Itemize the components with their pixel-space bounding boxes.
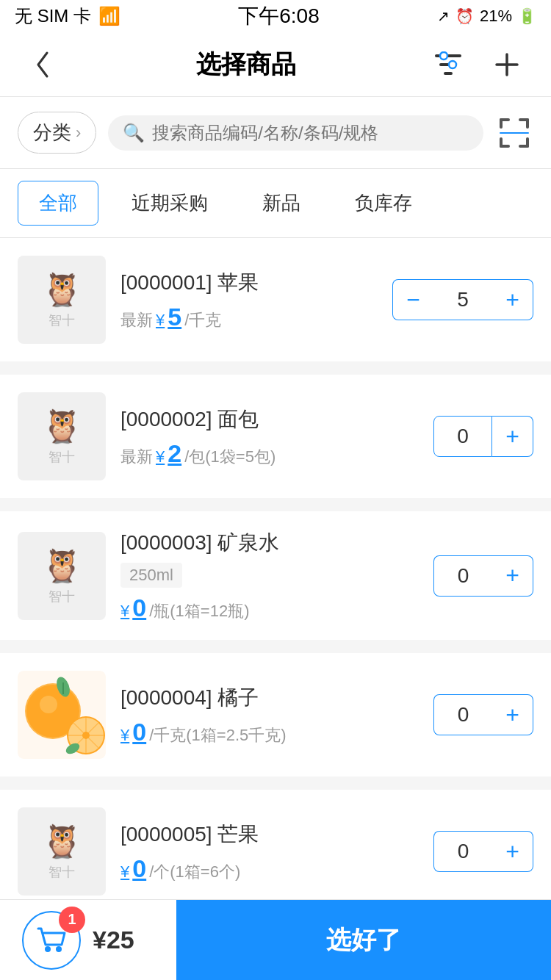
svg-point-3 <box>440 52 447 60</box>
brand-label: 智十 <box>48 311 75 329</box>
owl-icon: 🦉 <box>42 547 82 585</box>
tab-new[interactable]: 新品 <box>241 181 322 226</box>
quantity-plus-button[interactable]: + <box>492 279 533 320</box>
filter-bar: 分类 › 🔍 <box>0 97 551 169</box>
svg-rect-8 <box>526 118 529 129</box>
search-box: 🔍 <box>108 115 483 151</box>
filter-button[interactable] <box>426 43 470 87</box>
price-currency: ¥ <box>120 862 129 882</box>
price-label: 最新 <box>120 446 153 468</box>
price-number: 5 <box>168 303 181 331</box>
tab-recent[interactable]: 近期采购 <box>110 181 229 226</box>
price-unit: /包(1袋=5包) <box>184 446 276 468</box>
svg-point-25 <box>82 732 90 739</box>
quantity-input[interactable] <box>433 694 492 735</box>
table-row: 🦉 智十 [0000002] 面包 最新 ¥ 2 /包(1袋=5包) + <box>0 375 551 498</box>
product-name: [0000002] 面包 <box>120 406 419 433</box>
price-currency: ¥ <box>120 726 129 745</box>
quantity-plus-button[interactable]: + <box>492 555 533 597</box>
product-info: [0000002] 面包 最新 ¥ 2 /包(1袋=5包) <box>120 406 419 468</box>
quantity-plus-button[interactable]: + <box>492 694 533 735</box>
price-number: 0 <box>132 718 146 746</box>
cart-badge: 1 <box>59 907 85 933</box>
scan-button[interactable] <box>495 114 533 152</box>
nav-bar: 选择商品 <box>0 32 551 97</box>
brand-label: 智十 <box>48 863 75 881</box>
quantity-control: + <box>433 416 533 457</box>
owl-icon: 🦉 <box>42 822 82 860</box>
tab-bar: 全部 近期采购 新品 负库存 <box>0 169 551 238</box>
divider <box>0 363 551 375</box>
search-input[interactable] <box>152 123 469 143</box>
product-price: ¥ 0 /瓶(1箱=12瓶) <box>120 594 419 622</box>
status-left: 无 SIM 卡 📶 <box>15 4 120 28</box>
price-currency: ¥ <box>156 311 165 330</box>
category-label: 分类 <box>33 120 71 145</box>
price-number: 2 <box>168 439 181 468</box>
table-row: 🦉 智十 [0000005] 芒果 ¥ 0 /个(1箱=6个) + <box>0 790 551 913</box>
svg-point-28 <box>56 946 62 952</box>
product-info: [0000001] 苹果 最新 ¥ 5 /千克 <box>120 269 378 331</box>
nav-actions <box>426 43 529 87</box>
quantity-control: − + <box>392 279 533 320</box>
price-unit: /瓶(1箱=12瓶) <box>149 600 249 622</box>
product-name: [0000005] 芒果 <box>120 821 419 849</box>
confirm-button[interactable]: 选好了 <box>176 900 551 981</box>
chevron-right-icon: › <box>76 123 81 143</box>
wifi-icon: 📶 <box>98 6 120 26</box>
battery-text: 21% <box>480 7 512 26</box>
price-unit: /千克 <box>184 309 221 331</box>
status-time: 下午6:08 <box>238 2 320 30</box>
cart-icon-button[interactable]: 1 <box>22 911 81 970</box>
svg-rect-12 <box>526 137 529 148</box>
owl-icon: 🦉 <box>42 407 82 445</box>
table-row: 🦉 智十 [0000003] 矿泉水 250ml ¥ 0 /瓶(1箱=12瓶) … <box>0 511 551 640</box>
product-thumbnail: 🦉 智十 <box>18 532 106 620</box>
quantity-input[interactable] <box>433 416 492 457</box>
bottom-bar: 1 ¥25 选好了 <box>0 899 551 980</box>
add-button[interactable] <box>485 43 529 87</box>
tab-negative[interactable]: 负库存 <box>334 181 433 226</box>
quantity-control: + <box>433 694 533 735</box>
quantity-minus-button[interactable]: − <box>392 279 433 320</box>
brand-label: 智十 <box>48 448 75 466</box>
quantity-input[interactable] <box>433 555 492 597</box>
search-icon: 🔍 <box>123 123 145 143</box>
quantity-input[interactable] <box>433 831 492 872</box>
product-info: [0000005] 芒果 ¥ 0 /个(1箱=6个) <box>120 821 419 883</box>
product-list: 🦉 智十 [0000001] 苹果 最新 ¥ 5 /千克 − + 🦉 智十 [0… <box>0 238 551 980</box>
svg-rect-13 <box>500 132 529 134</box>
product-name: [0000001] 苹果 <box>120 269 378 297</box>
back-button[interactable] <box>22 43 66 87</box>
battery-icon: 🔋 <box>518 7 536 25</box>
price-currency: ¥ <box>156 447 165 466</box>
svg-rect-6 <box>500 118 503 129</box>
table-row: 🦉 智十 [0000001] 苹果 最新 ¥ 5 /千克 − + <box>0 238 551 361</box>
price-number: 0 <box>132 594 146 622</box>
category-button[interactable]: 分类 › <box>18 112 96 154</box>
cart-amount: ¥25 <box>93 926 134 954</box>
product-thumbnail <box>18 671 106 759</box>
price-currency: ¥ <box>120 602 129 621</box>
svg-point-4 <box>449 61 456 68</box>
divider <box>0 778 551 790</box>
tab-all[interactable]: 全部 <box>18 181 98 226</box>
product-price: ¥ 0 /个(1箱=6个) <box>120 854 419 883</box>
quantity-control: + <box>433 555 533 597</box>
product-info: [0000004] 橘子 ¥ 0 /千克(1箱=2.5千克) <box>120 684 419 746</box>
quantity-plus-button[interactable]: + <box>492 831 533 872</box>
owl-icon: 🦉 <box>42 270 82 309</box>
svg-rect-10 <box>500 137 503 148</box>
product-spec: 250ml <box>120 563 182 588</box>
product-thumbnail: 🦉 智十 <box>18 807 106 896</box>
cart-section: 1 ¥25 <box>0 911 176 970</box>
page-title: 选择商品 <box>66 48 426 82</box>
divider <box>0 641 551 653</box>
table-row: [0000004] 橘子 ¥ 0 /千克(1箱=2.5千克) + <box>0 653 551 777</box>
product-info: [0000003] 矿泉水 250ml ¥ 0 /瓶(1箱=12瓶) <box>120 529 419 622</box>
price-unit: /个(1箱=6个) <box>149 861 240 883</box>
quantity-control: + <box>433 831 533 872</box>
carrier-text: 无 SIM 卡 <box>15 4 91 28</box>
quantity-plus-button[interactable]: + <box>492 416 533 457</box>
quantity-input[interactable] <box>433 279 492 320</box>
